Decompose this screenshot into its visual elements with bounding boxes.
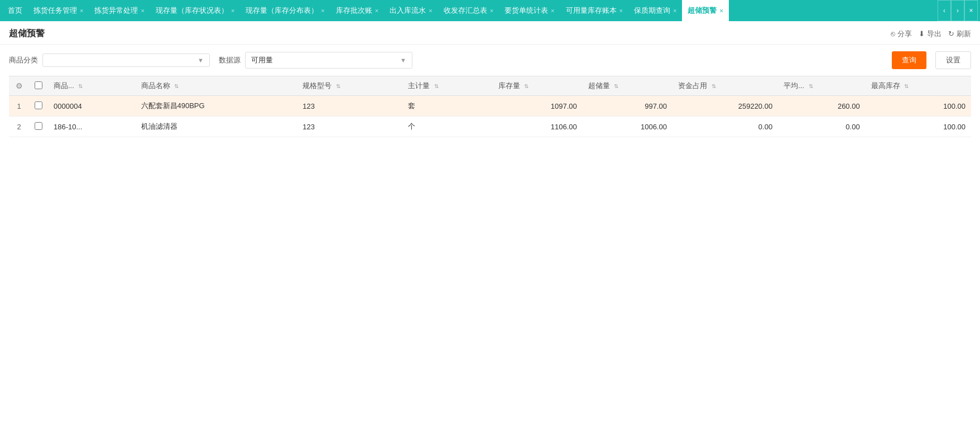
row-spec: 123 xyxy=(297,117,402,137)
data-source-select[interactable]: 可用量 ▼ xyxy=(245,52,412,69)
nav-stock-dist[interactable]: 现存量（库存分布表） × xyxy=(240,0,330,21)
chevron-down-icon: ▼ xyxy=(198,57,204,64)
settings-button[interactable]: 设置 xyxy=(935,51,971,69)
nav-arrows: ‹ › × xyxy=(938,0,978,21)
table-header-row: ⚙ 商品... 商品名称 规格型号 xyxy=(9,76,971,96)
nav-overstock-warning[interactable]: 超储预警 × xyxy=(682,0,728,21)
sort-icon xyxy=(78,83,83,89)
th-avg[interactable]: 平均... xyxy=(778,76,866,96)
close-icon[interactable]: × xyxy=(141,7,144,14)
data-source-value: 可用量 xyxy=(251,55,273,65)
filter-data-source: 数据源 可用量 ▼ xyxy=(219,52,412,69)
nav-quality-check[interactable]: 保质期查询 × xyxy=(628,0,682,21)
th-stock[interactable]: 库存量 xyxy=(493,76,583,96)
page-header: 超储预警 ⎋ 分享 ⬇ 导出 ↻ 刷新 xyxy=(0,21,980,45)
top-nav: 首页 拣货任务管理 × 拣货异常处理 × 现存量（库存状况表） × 现存量（库存… xyxy=(0,0,980,21)
nav-pick-exception[interactable]: 拣货异常处理 × xyxy=(89,0,150,21)
header-actions: ⎋ 分享 ⬇ 导出 ↻ 刷新 xyxy=(891,29,971,39)
nav-arrow-right[interactable]: › xyxy=(951,0,964,21)
row-unit: 个 xyxy=(402,117,492,137)
sort-icon xyxy=(614,83,618,89)
close-icon[interactable]: × xyxy=(429,7,432,14)
th-spec[interactable]: 规格型号 xyxy=(297,76,402,96)
row-checkbox[interactable] xyxy=(35,122,42,130)
row-overstock: 997.00 xyxy=(583,96,672,117)
row-unit: 套 xyxy=(402,96,492,117)
nav-close-all[interactable]: × xyxy=(964,0,978,21)
nav-pick-task[interactable]: 拣货任务管理 × xyxy=(28,0,89,21)
sort-icon xyxy=(904,83,909,89)
th-settings: ⚙ xyxy=(9,76,29,96)
close-icon[interactable]: × xyxy=(375,7,378,14)
select-all-checkbox[interactable] xyxy=(35,81,42,89)
share-button[interactable]: ⎋ 分享 xyxy=(891,29,912,39)
export-button[interactable]: ⬇ 导出 xyxy=(919,29,941,39)
overstock-table: ⚙ 商品... 商品名称 规格型号 xyxy=(9,76,971,137)
row-product-code: 0000004 xyxy=(48,96,136,117)
close-icon[interactable]: × xyxy=(80,7,83,14)
filter-product-category: 商品分类 ▼ xyxy=(9,54,210,67)
th-product-name[interactable]: 商品名称 xyxy=(136,76,297,96)
sort-icon xyxy=(434,83,439,89)
data-source-label: 数据源 xyxy=(219,55,241,65)
gear-icon[interactable]: ⚙ xyxy=(16,81,23,90)
th-overstock[interactable]: 超储量 xyxy=(583,76,672,96)
th-product-code[interactable]: 商品... xyxy=(48,76,136,96)
row-stock: 1106.00 xyxy=(493,117,583,137)
nav-home[interactable]: 首页 xyxy=(2,0,28,21)
nav-summary[interactable]: 收发存汇总表 × xyxy=(438,0,499,21)
filter-bar: 商品分类 ▼ 数据源 可用量 ▼ 查询 设置 xyxy=(0,45,980,76)
table-row: 2 186-10... 机油滤清器 123 个 1106.00 1006.00 … xyxy=(9,117,971,137)
export-icon: ⬇ xyxy=(919,30,925,38)
row-avg: 0.00 xyxy=(778,117,866,137)
th-capital[interactable]: 资金占用 xyxy=(672,76,778,96)
row-checkbox-cell xyxy=(29,117,48,137)
nav-batch-account[interactable]: 库存批次账 × xyxy=(330,0,384,21)
sort-icon xyxy=(712,83,716,89)
row-number: 2 xyxy=(9,117,29,137)
nav-order-stats[interactable]: 要货单统计表 × xyxy=(499,0,560,21)
chevron-down-icon: ▼ xyxy=(400,57,406,64)
query-button[interactable]: 查询 xyxy=(892,51,926,69)
sort-icon xyxy=(809,83,813,89)
close-icon[interactable]: × xyxy=(619,7,623,14)
close-icon[interactable]: × xyxy=(321,7,324,14)
row-number: 1 xyxy=(9,96,29,117)
row-avg: 260.00 xyxy=(778,96,866,117)
row-product-code: 186-10... xyxy=(48,117,136,137)
nav-stock-status[interactable]: 现存量（库存状况表） × xyxy=(150,0,240,21)
nav-arrow-left[interactable]: ‹ xyxy=(938,0,951,21)
th-unit[interactable]: 主计量 xyxy=(402,76,492,96)
close-icon[interactable]: × xyxy=(490,7,493,14)
close-icon[interactable]: × xyxy=(673,7,676,14)
close-icon[interactable]: × xyxy=(551,7,554,14)
row-max-stock: 100.00 xyxy=(866,96,971,117)
page-content: 超储预警 ⎋ 分享 ⬇ 导出 ↻ 刷新 商品分类 ▼ 数据源 xyxy=(0,21,980,446)
table-body: 1 0000004 六配套新昌490BPG 123 套 1097.00 997.… xyxy=(9,96,971,137)
sort-icon xyxy=(336,83,340,89)
row-spec: 123 xyxy=(297,96,402,117)
table-row: 1 0000004 六配套新昌490BPG 123 套 1097.00 997.… xyxy=(9,96,971,117)
nav-in-out-flow[interactable]: 出入库流水 × xyxy=(384,0,438,21)
refresh-button[interactable]: ↻ 刷新 xyxy=(948,29,971,39)
row-overstock: 1006.00 xyxy=(583,117,672,137)
close-icon[interactable]: × xyxy=(719,7,723,14)
row-checkbox-cell xyxy=(29,96,48,117)
th-checkbox xyxy=(29,76,48,96)
row-max-stock: 100.00 xyxy=(866,117,971,137)
close-icon[interactable]: × xyxy=(231,7,234,14)
row-capital: 259220.00 xyxy=(672,96,778,117)
share-icon: ⎋ xyxy=(891,30,895,38)
refresh-icon: ↻ xyxy=(948,30,954,38)
row-stock: 1097.00 xyxy=(493,96,583,117)
sort-icon xyxy=(174,83,179,89)
th-max-stock[interactable]: 最高库存 xyxy=(866,76,971,96)
nav-available-stock[interactable]: 可用量库存账本 × xyxy=(560,0,628,21)
sort-icon xyxy=(524,83,529,89)
row-product-name: 机油滤清器 xyxy=(136,117,297,137)
row-capital: 0.00 xyxy=(672,117,778,137)
page-title: 超储预警 xyxy=(9,28,45,40)
row-checkbox[interactable] xyxy=(35,101,42,109)
table-container: ⚙ 商品... 商品名称 规格型号 xyxy=(0,76,980,137)
product-category-select[interactable]: ▼ xyxy=(42,54,210,67)
